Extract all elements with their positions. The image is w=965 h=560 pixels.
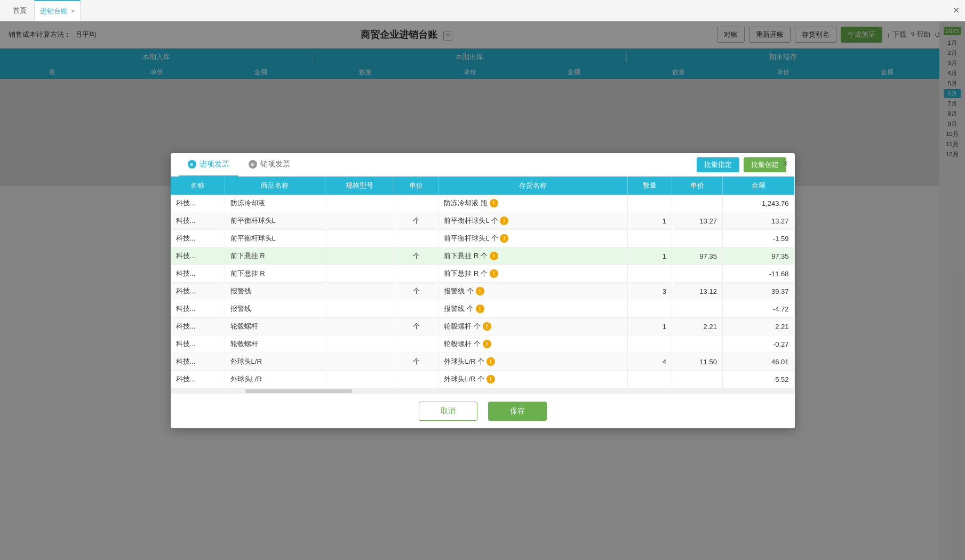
table-row[interactable]: 科技...外球头L/R个外球头L/R 个 !411.5046.01 xyxy=(171,353,795,371)
col-spec: 规格型号 xyxy=(325,177,394,195)
modal-overlay: ≡ 进项发票 ≡ 销项发票 批量指定 批量创建 × 名称 xyxy=(0,21,965,560)
main-area: 销售成本计算方法： 月平均 商贸企业进销台账 ≡ 对账 重新开账 存货别名 生成… xyxy=(0,21,965,560)
modal-footer: 取消 保存 xyxy=(171,394,795,428)
scrollbar-thumb[interactable] xyxy=(245,389,352,393)
active-tab[interactable]: 进销台账 × xyxy=(34,0,81,21)
table-row[interactable]: 科技...外球头L/R外球头L/R 个 !-5.52 xyxy=(171,371,795,388)
col-stock: 存货名称 xyxy=(438,177,627,195)
col-product: 商品名称 xyxy=(225,177,325,195)
modal-table-container: 名称 商品名称 规格型号 单位 存货名称 数量 单价 金额 科技...防冻冷却液… xyxy=(171,177,795,388)
warning-icon: ! xyxy=(476,287,484,295)
col-price: 单价 xyxy=(672,177,723,195)
home-tab[interactable]: 首页 xyxy=(5,0,34,21)
warning-icon: ! xyxy=(483,322,491,331)
incoming-invoice-icon: ≡ xyxy=(188,160,196,169)
save-button[interactable]: 保存 xyxy=(488,402,547,421)
modal-header: ≡ 进项发票 ≡ 销项发票 批量指定 批量创建 × xyxy=(171,153,795,177)
batch-assign-button[interactable]: 批量指定 xyxy=(697,157,739,172)
modal-horizontal-scrollbar[interactable] xyxy=(171,388,795,394)
table-row[interactable]: 科技...前平衡杆球头L个前平衡杆球头L 个 !113.2713.27 xyxy=(171,212,795,230)
incoming-invoice-label: 进项发票 xyxy=(200,159,229,169)
tab-incoming-invoice[interactable]: ≡ 进项发票 xyxy=(179,153,238,177)
warning-icon: ! xyxy=(490,199,498,207)
active-tab-label: 进销台账 xyxy=(40,6,68,16)
table-row[interactable]: 科技...防冻冷却液防冻冷却液 瓶 !-1,243.76 xyxy=(171,195,795,212)
warning-icon: ! xyxy=(487,357,495,366)
table-row[interactable]: 科技...报警线报警线 个 !-4.72 xyxy=(171,300,795,318)
close-tab-button[interactable]: × xyxy=(71,7,75,15)
warning-icon: ! xyxy=(490,269,498,278)
col-qty: 数量 xyxy=(627,177,672,195)
warning-icon: ! xyxy=(500,234,508,243)
home-tab-label: 首页 xyxy=(13,6,27,15)
modal-header-actions: 批量指定 批量创建 xyxy=(697,157,786,172)
warning-icon: ! xyxy=(476,305,484,313)
col-unit: 单位 xyxy=(394,177,438,195)
table-row[interactable]: 科技...报警线个报警线 个 !313.1239.37 xyxy=(171,283,795,300)
warning-icon: ! xyxy=(487,375,495,383)
modal-dialog: ≡ 进项发票 ≡ 销项发票 批量指定 批量创建 × 名称 xyxy=(171,153,795,428)
top-bar: 首页 进销台账 × ✕ xyxy=(0,0,965,21)
table-row[interactable]: 科技...前下悬挂 R前下悬挂 R 个 !-11.68 xyxy=(171,265,795,283)
col-name: 名称 xyxy=(171,177,225,195)
modal-close-button[interactable]: × xyxy=(783,158,788,170)
table-row[interactable]: 科技...前平衡杆球头L前平衡杆球头L 个 !-1.59 xyxy=(171,230,795,247)
invoice-table: 名称 商品名称 规格型号 单位 存货名称 数量 单价 金额 科技...防冻冷却液… xyxy=(171,177,795,388)
outgoing-invoice-icon: ≡ xyxy=(249,160,257,169)
outgoing-invoice-label: 销项发票 xyxy=(260,159,290,169)
warning-icon: ! xyxy=(500,217,508,225)
warning-icon: ! xyxy=(483,340,491,348)
batch-create-button[interactable]: 批量创建 xyxy=(744,157,786,172)
cancel-button[interactable]: 取消 xyxy=(419,402,477,421)
table-row[interactable]: 科技...前下悬挂 R个前下悬挂 R 个 !197.3597.35 xyxy=(171,247,795,265)
table-row[interactable]: 科技...轮毂螺杆轮毂螺杆 个 !-0.27 xyxy=(171,335,795,353)
table-row[interactable]: 科技...轮毂螺杆个轮毂螺杆 个 !12.212.21 xyxy=(171,318,795,335)
col-amount: 金额 xyxy=(722,177,794,195)
tab-outgoing-invoice[interactable]: ≡ 销项发票 xyxy=(240,153,299,177)
window-close-button[interactable]: ✕ xyxy=(953,5,960,15)
warning-icon: ! xyxy=(490,252,498,260)
